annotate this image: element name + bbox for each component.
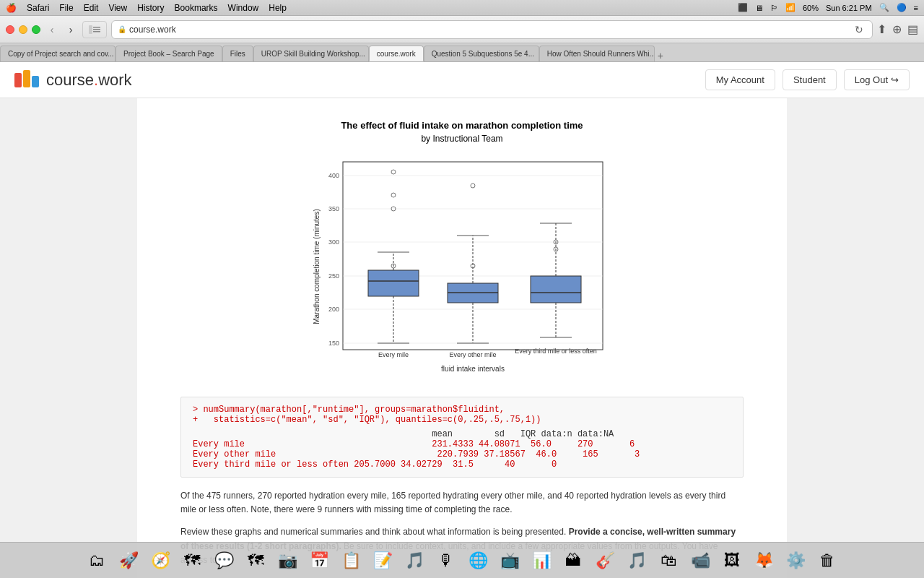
back-button[interactable]: ‹ (45, 22, 59, 37)
file-menu[interactable]: File (59, 3, 73, 13)
dock-calendar[interactable]: 📅 (305, 546, 334, 575)
forward-button[interactable]: › (64, 22, 78, 37)
tab-project-book[interactable]: Project Book – Search Page (116, 46, 222, 61)
dock-music[interactable]: 🎵 (400, 546, 429, 575)
window-menu[interactable]: Window (228, 3, 259, 13)
logout-button[interactable]: Log Out ↪ (844, 69, 910, 90)
new-tab-button[interactable]: + (658, 50, 663, 61)
chart-subtitle: by Instructional Team (180, 134, 744, 144)
body-text-1: Of the 475 runners, 270 reported hydrati… (180, 489, 744, 517)
sidebar-icon[interactable]: ▤ (907, 22, 918, 36)
code-block: > numSummary(marathon[,"runtime"], group… (180, 397, 744, 478)
reload-button[interactable]: ↻ (852, 24, 866, 35)
edit-menu[interactable]: Edit (84, 3, 99, 13)
svg-text:400: 400 (328, 172, 339, 179)
logo-text: course.work (46, 71, 132, 90)
logo: course.work (14, 67, 132, 93)
svg-rect-3 (93, 31, 100, 33)
dock-messages[interactable]: 💬 (209, 546, 238, 575)
tab-urop[interactable]: UROP Skill Building Workshop... (253, 46, 369, 61)
dock-firefox[interactable]: 🦊 (749, 546, 778, 575)
dock-appstore[interactable]: 🛍 (654, 546, 683, 575)
header-nav: My Account Student Log Out ↪ (705, 69, 910, 90)
share-icon[interactable]: ⬆ (877, 22, 886, 36)
siri-icon[interactable]: 🔵 (897, 3, 907, 12)
svg-rect-5 (23, 70, 30, 87)
text2-start: Review these graphs and numerical summar… (180, 527, 569, 537)
dock-numbers[interactable]: 📊 (527, 546, 556, 575)
svg-text:150: 150 (328, 340, 339, 347)
tab-coursework[interactable]: course.work (369, 46, 424, 61)
dock-notes[interactable]: 📝 (368, 546, 397, 575)
apple-icon[interactable]: 🍎 (6, 3, 17, 13)
dock-zoom[interactable]: 📹 (686, 546, 715, 575)
new-tab-icon[interactable]: ⊕ (892, 22, 902, 36)
tab-label: UROP Skill Building Workshop... (261, 50, 365, 58)
dock-podcasts[interactable]: 🎙 (432, 546, 461, 575)
tab-runners[interactable]: How Often Should Runners Whi... (539, 46, 655, 61)
chart-title: The effect of fluid intake on marathon c… (180, 120, 744, 131)
svg-text:300: 300 (328, 238, 339, 246)
wifi-icon: 📶 (785, 3, 796, 12)
logo-svg (14, 67, 40, 93)
tab-question5[interactable]: Question 5 Subquestions 5e 4... (424, 46, 539, 61)
dock-trash[interactable]: 🗑 (813, 546, 842, 575)
svg-text:Marathon completion time (minu: Marathon completion time (minutes) (313, 209, 321, 324)
help-menu[interactable]: Help (269, 3, 287, 13)
search-icon[interactable]: 🔍 (879, 3, 889, 12)
dock-photos2[interactable]: 📷 (273, 546, 302, 575)
sidebar-button[interactable] (82, 21, 107, 38)
dock-launchpad[interactable]: 🚀 (114, 546, 143, 575)
minimize-button[interactable] (19, 25, 27, 34)
svg-text:250: 250 (328, 272, 339, 280)
safari-menu[interactable]: Safari (27, 3, 49, 13)
svg-rect-0 (89, 25, 92, 34)
dock-photos[interactable]: 🗺 (178, 546, 206, 575)
tab-copy-project[interactable]: Copy of Project search and cov... (0, 46, 116, 61)
svg-rect-1 (93, 27, 100, 28)
traffic-lights (6, 25, 40, 34)
tab-files[interactable]: Files (222, 46, 253, 61)
url-text: course.work (129, 25, 176, 35)
tab-label: How Often Should Runners Whi... (547, 50, 655, 58)
dock-garageband[interactable]: 🎸 (590, 546, 619, 575)
close-button[interactable] (6, 25, 14, 34)
tabs-bar: Copy of Project search and cov... Projec… (0, 43, 924, 62)
svg-rect-43 (531, 276, 581, 303)
dock-finder[interactable]: 🗂 (82, 546, 111, 575)
dock-preview[interactable]: 🖼 (718, 546, 746, 575)
tab-label: Files (230, 50, 245, 58)
dock-reminders[interactable]: 📋 (336, 546, 365, 575)
svg-rect-4 (14, 73, 22, 87)
airplay-icon: ⬛ (738, 3, 748, 12)
title-bar-right: ⬛ 🖥 🏳 📶 60% Sun 6:21 PM 🔍 🔵 ≡ (738, 3, 918, 12)
maximize-button[interactable] (32, 25, 40, 34)
dock-safari[interactable]: 🧭 (146, 546, 175, 575)
lock-icon: 🔒 (118, 25, 126, 33)
control-center-icon[interactable]: ≡ (914, 4, 918, 12)
history-menu[interactable]: History (137, 3, 164, 13)
view-menu[interactable]: View (108, 3, 127, 13)
dock-keynote[interactable]: 🏔 (559, 546, 588, 575)
my-account-button[interactable]: My Account (705, 69, 775, 90)
svg-text:350: 350 (328, 205, 339, 212)
student-button[interactable]: Student (783, 69, 837, 90)
address-bar[interactable]: 🔒 course.work ↻ (111, 20, 873, 39)
dock-spotify[interactable]: 🎵 (622, 546, 651, 575)
code-prompt: > numSummary(marathon[,"runtime"], group… (193, 405, 505, 415)
bookmarks-menu[interactable]: Bookmarks (175, 3, 218, 13)
tab-label: course.work (377, 50, 416, 58)
battery-status: 60% (803, 4, 819, 12)
apple-menu: 🍎 Safari File Edit View History Bookmark… (6, 3, 287, 13)
dock-chrome[interactable]: 🌐 (463, 546, 492, 575)
dock-appletv[interactable]: 📺 (495, 546, 524, 575)
dock-settings[interactable]: ⚙️ (781, 546, 810, 575)
code-row-3: Every third mile or less often 205.7000 … (193, 460, 731, 470)
code-row-2: Every other mile 220.7939 37.18567 46.0 … (193, 449, 731, 460)
site-header: course.work My Account Student Log Out ↪ (0, 62, 924, 98)
svg-text:fluid intake intervals: fluid intake intervals (441, 365, 505, 373)
dock-maps[interactable]: 🗺 (241, 546, 270, 575)
chart-container: The effect of fluid intake on marathon c… (180, 120, 744, 382)
code-row-1: Every mile 231.4333 44.08071 56.0 270 6 (193, 439, 731, 449)
toolbar-icons: ⬆ ⊕ ▤ (877, 22, 918, 36)
